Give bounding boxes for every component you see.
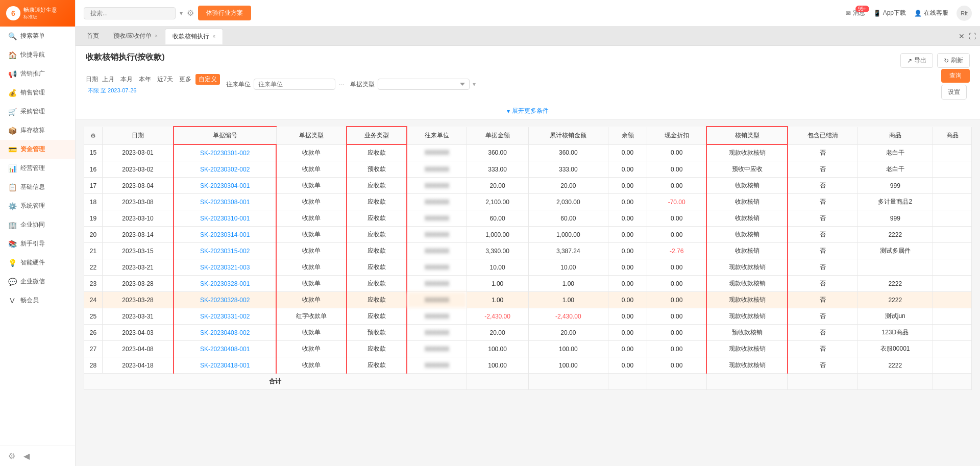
cell-biz-type: 应收款 [347, 210, 407, 227]
bill-no-link[interactable]: SK-20230408-001 [200, 346, 250, 353]
bill-no-link[interactable]: SK-20230331-002 [200, 313, 250, 320]
tab-home[interactable]: 首页 [80, 29, 106, 43]
sidebar-item-system[interactable]: ⚙️系统管理 [0, 197, 75, 215]
col-balance-header[interactable]: 余额 [608, 127, 647, 144]
col-date-header[interactable]: 日期 [103, 127, 174, 144]
bill-no-link[interactable]: SK-20230328-001 [200, 280, 250, 287]
bill-no-link[interactable]: SK-20230403-002 [200, 329, 250, 336]
tab-prepay-close[interactable]: × [155, 33, 158, 39]
bill-no-link[interactable]: SK-20230321-003 [200, 264, 250, 271]
col-amount-header[interactable]: 单据金额 [467, 127, 528, 144]
col-goods2-header[interactable]: 商品 [933, 127, 972, 144]
tab-home-label: 首页 [87, 32, 99, 40]
topbar-search-input[interactable] [84, 7, 176, 19]
cell-no: 24 [84, 292, 103, 308]
table-row: 26 2023-04-03 SK-20230403-002 收款单 预收款 XX… [84, 325, 972, 341]
tab-prepay[interactable]: 预收/应收付单 × [106, 29, 165, 43]
bill-type-arrow[interactable]: ▾ [473, 81, 476, 88]
col-bill-type-header[interactable]: 单据类型 [276, 127, 347, 144]
cell-no: 21 [84, 243, 103, 259]
message-btn[interactable]: ✉ 消息 99+ [846, 9, 865, 17]
sidebar-item-wechat[interactable]: 💬企业微信 [0, 272, 75, 291]
bill-no-link[interactable]: SK-20230310-001 [200, 215, 250, 222]
settings-icon[interactable]: ⚙ [8, 451, 15, 461]
cell-date: 2023-03-21 [103, 259, 174, 276]
bill-type-select[interactable]: 收款单 红字收款单 [378, 79, 470, 90]
expand-bar: ▾ 展开更多条件 [86, 105, 970, 119]
cell-counterpart: XXXXXX [407, 144, 467, 161]
cell-biz-type: 应收款 [347, 308, 407, 325]
table-row: 21 2023-03-15 SK-20230315-002 收款单 应收款 XX… [84, 243, 972, 259]
bill-no-link[interactable]: SK-20230418-001 [200, 362, 250, 369]
user-avatar[interactable]: Rit [957, 6, 972, 21]
tab-close-all-btn[interactable]: ✕ [959, 32, 965, 40]
sidebar-item-marketing[interactable]: 📢营销推广 [0, 64, 75, 83]
sidebar-item-basic[interactable]: 📋基础信息 [0, 178, 75, 197]
industry-btn[interactable]: 体验行业方案 [198, 6, 251, 20]
col-verify-type-header[interactable]: 核销类型 [706, 127, 787, 144]
sidebar-item-company[interactable]: 🏢企业协同 [0, 215, 75, 234]
cell-balance: 0.00 [608, 144, 647, 161]
bill-no-link[interactable]: SK-20230328-002 [200, 297, 250, 304]
sidebar-item-operations[interactable]: 📊经营管理 [0, 159, 75, 178]
sidebar-item-hardware[interactable]: 💡智能硬件 [0, 253, 75, 272]
expand-conditions-btn[interactable]: ▾ 展开更多条件 [507, 107, 549, 115]
cell-bill-no: SK-20230310-001 [174, 210, 276, 227]
refresh-btn[interactable]: ↻ 刷新 [937, 53, 970, 68]
cell-no: 18 [84, 194, 103, 210]
sidebar-item-search[interactable]: 🔍搜索菜单 [0, 27, 75, 45]
col-bill-no-header[interactable]: 单据编号 [174, 127, 276, 144]
counterpart-more-btn[interactable]: ··· [338, 80, 345, 88]
date-prev-month-btn[interactable]: 上月 [100, 74, 116, 85]
sidebar-item-inventory[interactable]: 📦库存核算 [0, 121, 75, 140]
bill-no-link[interactable]: SK-20230301-002 [200, 150, 250, 157]
col-include-settled-header[interactable]: 包含已结清 [788, 127, 857, 144]
date-custom-btn[interactable]: 自定义 [195, 74, 220, 85]
cell-verify-type: 现款收款核销 [706, 276, 787, 292]
online-service-btn[interactable]: 👤 在线客服 [914, 9, 948, 17]
col-goods-header[interactable]: 商品 [857, 127, 933, 144]
settings-icon-topbar[interactable]: ⚙ [187, 8, 194, 18]
query-btn[interactable]: 查询 [941, 69, 970, 83]
app-download-btn[interactable]: 📱 App下载 [873, 9, 906, 17]
cell-counterpart: XXXXXX [407, 210, 467, 227]
col-counterpart-header[interactable]: 往来单位 [407, 127, 467, 144]
sidebar-item-shortcut[interactable]: 🏠快捷导航 [0, 45, 75, 64]
sidebar-item-sales[interactable]: 💰销售管理 [0, 83, 75, 102]
col-biz-type-header[interactable]: 业务类型 [347, 127, 407, 144]
tab-verify[interactable]: 收款核销执行 × [165, 29, 223, 44]
topbar-dropdown-icon[interactable]: ▾ [180, 10, 183, 17]
purchase-icon: 🛒 [8, 108, 16, 116]
bill-no-link[interactable]: SK-20230302-002 [200, 166, 250, 173]
settings-filter-btn[interactable]: 设置 [941, 85, 967, 100]
col-settings-header[interactable]: ⚙ [84, 127, 103, 144]
date-this-year-btn[interactable]: 本年 [137, 74, 153, 85]
col-verified-amount-header[interactable]: 累计核销金额 [528, 127, 608, 144]
table-row: 28 2023-04-18 SK-20230418-001 收款单 应收款 XX… [84, 357, 972, 374]
sidebar-item-finance[interactable]: 💳资金管理 [0, 140, 75, 159]
date-range-display: 不限 至 2023-07-26 [88, 87, 136, 94]
counterpart-input[interactable] [254, 79, 335, 90]
bill-no-link[interactable]: SK-20230304-001 [200, 182, 250, 189]
sidebar-item-guide[interactable]: 📚新手引导 [0, 234, 75, 253]
date-more-btn[interactable]: 更多 [177, 74, 193, 85]
table-row: 20 2023-03-14 SK-20230314-001 收款单 应收款 XX… [84, 227, 972, 243]
bill-no-link[interactable]: SK-20230315-002 [200, 248, 250, 255]
cell-amount: 2,100.00 [467, 194, 528, 210]
cell-bill-no: SK-20230304-001 [174, 178, 276, 194]
tab-expand-btn[interactable]: ⛶ [969, 32, 976, 40]
export-btn[interactable]: ↗ 导出 [900, 53, 933, 68]
col-discount-header[interactable]: 现金折扣 [647, 127, 706, 144]
date-this-month-btn[interactable]: 本月 [118, 74, 135, 85]
collapse-icon[interactable]: ◀ [23, 451, 30, 461]
bill-no-link[interactable]: SK-20230308-001 [200, 199, 250, 206]
cell-include-settled: 否 [788, 292, 857, 308]
sidebar-item-member[interactable]: V畅会员 [0, 291, 75, 310]
cell-amount: 1,000.00 [467, 227, 528, 243]
sidebar-item-purchase[interactable]: 🛒采购管理 [0, 102, 75, 121]
date-7days-btn[interactable]: 近7天 [155, 74, 175, 85]
cell-goods: 测试多属件 [857, 243, 933, 259]
bill-no-link[interactable]: SK-20230314-001 [200, 231, 250, 238]
cell-verify-type: 现款收款核销 [706, 341, 787, 357]
tab-verify-close[interactable]: × [212, 34, 215, 39]
